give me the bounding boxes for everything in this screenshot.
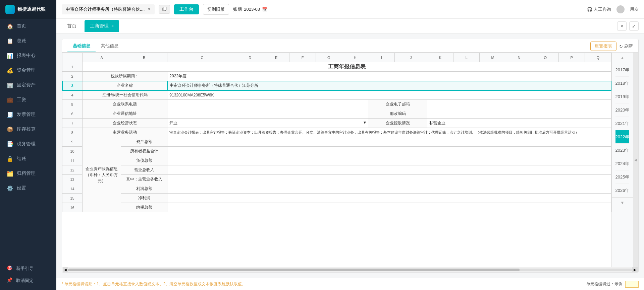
- tax-icon: 📑: [7, 141, 13, 147]
- net-profit-label: 净利润: [121, 194, 167, 203]
- sidebar-item-home[interactable]: 🏠首页: [0, 19, 56, 33]
- reset-report-button[interactable]: 重置报表: [590, 42, 616, 51]
- holding-label: 企业控股情况: [368, 119, 427, 128]
- sidebar-item-inventory[interactable]: 📦库存核算: [0, 122, 56, 137]
- row-num-11: 11: [62, 156, 83, 165]
- year-panel-down-button[interactable]: ▼: [612, 197, 633, 208]
- company-name: 中审众环会计师事务所（特殊普通合伙....: [66, 6, 145, 12]
- refresh-button[interactable]: ↻ 刷新: [619, 43, 633, 49]
- row-num-15: 15: [62, 194, 83, 203]
- scroll-thumb[interactable]: [68, 269, 520, 271]
- revenue-value[interactable]: [167, 165, 611, 175]
- main-revenue-value[interactable]: [167, 175, 611, 184]
- period-value-cell[interactable]: 2022年度: [167, 72, 611, 81]
- year-item-2022年[interactable]: 2022年: [615, 130, 630, 144]
- report-icon: 📊: [7, 52, 13, 59]
- liabilities-label: 负债总额: [121, 156, 167, 165]
- year-item-2020年[interactable]: 2020年: [615, 103, 630, 117]
- svg-rect-1: [163, 7, 166, 10]
- biz-status-label: 企业经营状态: [83, 119, 167, 128]
- year-item-2018年[interactable]: 2018年: [615, 77, 630, 90]
- year-item-2019年[interactable]: 2019年: [615, 90, 630, 103]
- table-row: 8 主营业务活动 审查企业会计报表；出具审计报告；验证企业资本；出具验资报告；办…: [62, 128, 611, 137]
- scroll-left-button[interactable]: ◀: [63, 267, 68, 273]
- sidebar-item-ledger[interactable]: 📋总账: [0, 33, 56, 48]
- user-icon: [616, 5, 625, 13]
- year-item-2025年[interactable]: 2025年: [615, 170, 630, 184]
- logo-text: 畅捷通易代账: [17, 6, 46, 12]
- sidebar-item-close[interactable]: 🔒结账: [0, 151, 56, 166]
- calendar-icon[interactable]: 📅: [262, 7, 267, 12]
- sidebar-item-salary[interactable]: 💼工资: [0, 92, 56, 107]
- tab-home[interactable]: 首页: [62, 19, 82, 33]
- total-assets-value[interactable]: [167, 137, 611, 147]
- tab-active[interactable]: 工商管理 ×: [85, 20, 119, 32]
- sidebar-item-invoice[interactable]: 🧾发票管理: [0, 107, 56, 122]
- year-item-2026年[interactable]: 2026年: [615, 184, 630, 197]
- col-header-n: N: [506, 53, 532, 62]
- workbench-button[interactable]: 工作台: [174, 4, 199, 14]
- email-value[interactable]: [427, 100, 611, 109]
- tab-close-button[interactable]: ×: [111, 24, 114, 28]
- sidebar-bottom-unpin[interactable]: 📌取消固定: [5, 275, 51, 287]
- footer-example-cell: [625, 281, 639, 288]
- tax-total-value[interactable]: [167, 203, 611, 212]
- right-collapse-button[interactable]: ◀: [633, 53, 638, 267]
- sidebar-item-settings[interactable]: ⚙️设置: [0, 181, 56, 196]
- tab-other-info[interactable]: 其他信息: [96, 40, 124, 52]
- year-item-2024年[interactable]: 2024年: [615, 157, 630, 170]
- equity-value[interactable]: [167, 147, 611, 156]
- support-button[interactable]: 🎧 人工咨询: [587, 6, 611, 12]
- footer-edited-label: 单元格编辑过：示例: [586, 281, 623, 287]
- year-item-2017年[interactable]: 2017年: [615, 63, 630, 77]
- sheet-panel: 基础信息 其他信息 重置报表 ↻ 刷新: [62, 39, 639, 273]
- page-inner: 基础信息 其他信息 重置报表 ↻ 刷新: [62, 39, 639, 273]
- expand-window-button[interactable]: ⤢: [629, 21, 639, 31]
- sidebar-item-tax[interactable]: 📑税务管理: [0, 137, 56, 151]
- spreadsheet[interactable]: A B C D E F G H I J: [62, 53, 611, 267]
- row-num-1: 1: [62, 62, 83, 72]
- switch-version-button[interactable]: 切到旧版: [203, 4, 229, 15]
- revenue-label: 营业总收入: [121, 165, 167, 175]
- sidebar-item-report[interactable]: 📊报表中心: [0, 48, 56, 63]
- biz-status-value[interactable]: 开业 ▼: [167, 119, 368, 128]
- horizontal-scrollbar[interactable]: ◀ ▶: [62, 267, 638, 272]
- scroll-right-button[interactable]: ▶: [632, 267, 638, 273]
- archive-icon: 🗂️: [7, 170, 13, 177]
- profit-value[interactable]: [167, 184, 611, 194]
- copy-icon: [162, 7, 167, 12]
- year-item-2021年[interactable]: 2021年: [615, 117, 630, 130]
- sidebar-item-label-close: 结账: [17, 156, 26, 162]
- profit-label: 利润总额: [121, 184, 167, 194]
- main-area: 中审众环会计师事务所（特殊普通合伙.... ▼ 工作台 切到旧版 账期 2023…: [56, 0, 644, 290]
- scroll-track[interactable]: [68, 269, 632, 271]
- close-window-button[interactable]: ×: [617, 21, 627, 31]
- liabilities-value[interactable]: [167, 156, 611, 165]
- year-item-2023年[interactable]: 2023年: [615, 144, 630, 157]
- company-dropdown-icon: ▼: [147, 7, 151, 11]
- user-avatar[interactable]: [616, 5, 625, 13]
- company-name-label: 企业名称: [83, 81, 167, 90]
- table-row: 12 营业总收入: [62, 165, 611, 175]
- postcode-value[interactable]: [427, 109, 611, 119]
- company-name-value[interactable]: 中审众环会计师事务所（特殊普通合伙）江苏分所: [167, 81, 611, 90]
- reg-code-value[interactable]: 91320100MA208E5W6K: [167, 90, 611, 100]
- sidebar-item-label-assets: 固定资产: [17, 82, 36, 88]
- copy-company-button[interactable]: [159, 5, 170, 14]
- net-profit-value[interactable]: [167, 194, 611, 203]
- capital-icon: 💰: [7, 67, 13, 74]
- holding-value[interactable]: 私营企业: [427, 119, 611, 128]
- year-panel-up-button[interactable]: ▲: [612, 53, 633, 63]
- sidebar-item-archive[interactable]: 🗂️归档管理: [0, 166, 56, 181]
- phone-value[interactable]: [167, 100, 368, 109]
- sheet-area: A B C D E F G H I J: [62, 53, 638, 267]
- company-selector[interactable]: 中审众环会计师事务所（特殊普通合伙.... ▼: [62, 4, 155, 14]
- sidebar-item-assets[interactable]: 🏢固定资产: [0, 78, 56, 92]
- main-biz-value[interactable]: 审查企业会计报表；出具审计报告；验证企业资本；出具验资报告；办理企业合开、分立、…: [167, 128, 611, 137]
- sidebar-bottom-guide[interactable]: 🎯新手引导: [5, 263, 51, 275]
- col-header-k: K: [427, 53, 453, 62]
- address-value[interactable]: [167, 109, 368, 119]
- tab-basic-info[interactable]: 基础信息: [67, 40, 96, 52]
- table-title[interactable]: 工商年报信息表: [83, 62, 611, 72]
- sidebar-item-capital[interactable]: 💰资金管理: [0, 63, 56, 78]
